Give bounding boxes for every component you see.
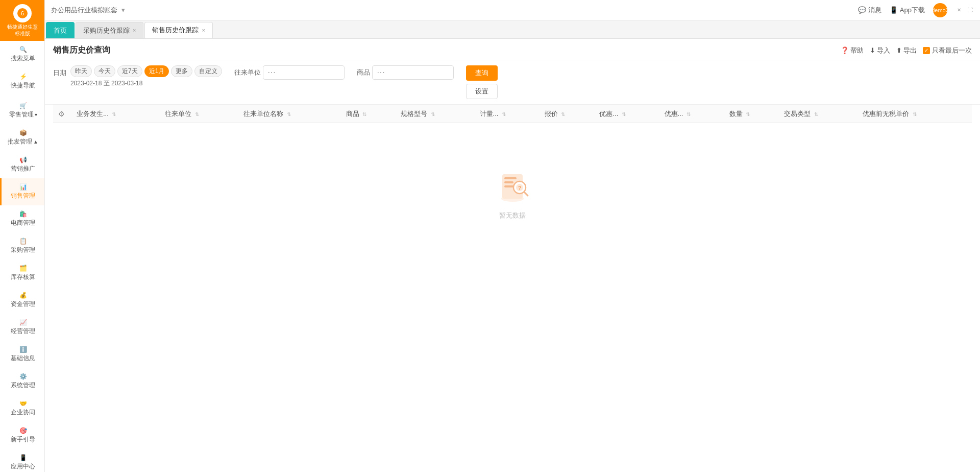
table-settings-gear[interactable]: ⚙ — [58, 110, 65, 118]
top-bar: 办公用品行业模拟账套 ▾ 💬 消息 📱 App下载 demo2 ✕ ⛶ — [45, 0, 980, 20]
col-goods[interactable]: 商品 ⇅ — [341, 105, 396, 123]
sidebar-item-search[interactable]: 🔍 搜索菜单 — [0, 41, 44, 68]
col-quantity[interactable]: 数量 ⇅ — [724, 105, 779, 123]
dropdown-icon[interactable]: ▾ — [121, 6, 125, 14]
empty-text: 暂无数据 — [499, 211, 526, 220]
col-trade-type[interactable]: 交易类型 ⇅ — [779, 105, 857, 123]
top-bar-left: 办公用品行业模拟账套 ▾ — [51, 6, 125, 15]
col-spec[interactable]: 规格型号 ⇅ — [396, 105, 474, 123]
sidebar-item-retail[interactable]: 🛒 零售管理▾ — [0, 97, 44, 124]
logo-text: 畅捷通好生意 标准版 — [7, 23, 38, 37]
sidebar-item-label: 零售管理▾ — [9, 110, 37, 119]
sidebar-item-sales[interactable]: 📊 销售管理 — [0, 178, 44, 205]
date-btn-custom[interactable]: 自定义 — [194, 65, 222, 77]
col-discount2[interactable]: 优惠... ⇅ — [659, 105, 724, 123]
sidebar-item-apps[interactable]: 📱 应用中心 — [0, 449, 44, 472]
date-filter-label: 日期 — [53, 65, 66, 78]
sidebar-item-label: 电商管理 — [11, 219, 35, 227]
maximize-button[interactable]: ⛶ — [967, 7, 974, 14]
sidebar-item-basic[interactable]: ℹ️ 基础信息 — [0, 341, 44, 368]
help-icon: ❓ — [841, 46, 849, 54]
basic-icon: ℹ️ — [19, 346, 27, 353]
search-icon: 🔍 — [19, 46, 27, 53]
col-partner-name[interactable]: 往来单位名称 ⇅ — [238, 105, 340, 123]
sidebar-item-marketing[interactable]: 📢 营销推广 — [0, 151, 44, 178]
goods-filter-group: 商品 ··· — [357, 65, 454, 80]
tab-sales[interactable]: 销售历史价跟踪 × — [144, 22, 212, 38]
page-header-actions: ❓ 帮助 ⬇ 导入 ⬆ 导出 ✓ 只看最后一次 — [841, 46, 972, 55]
sidebar-item-system[interactable]: ⚙️ 系统管理 — [0, 368, 44, 395]
sidebar-item-label: 快捷导航 — [11, 81, 35, 90]
sidebar-item-label: 营销推广 — [11, 164, 35, 173]
ecommerce-icon: 🛍️ — [19, 210, 27, 218]
col-price[interactable]: 报价 ⇅ — [540, 105, 595, 123]
date-btn-7days[interactable]: 近7天 — [117, 65, 142, 77]
goods-input[interactable]: ··· — [372, 65, 454, 80]
sidebar-item-inventory[interactable]: 🗂️ 库存核算 — [0, 259, 44, 287]
sidebar-item-label: 企业协同 — [11, 408, 35, 417]
col-business-date[interactable]: 业务发生... ⇅ — [71, 105, 160, 123]
svg-text:?: ? — [518, 185, 521, 191]
sidebar-item-enterprise[interactable]: 🤝 企业协同 — [0, 395, 44, 422]
only-last-checkbox[interactable]: ✓ 只看最后一次 — [923, 46, 972, 55]
partner-input[interactable]: ··· — [263, 65, 345, 80]
sidebar-item-shortcut[interactable]: ⚡ 快捷导航 — [0, 68, 44, 95]
date-btn-today[interactable]: 今天 — [94, 65, 115, 77]
message-button[interactable]: 💬 消息 — [858, 6, 881, 15]
sort-icon: ⇅ — [814, 111, 818, 117]
date-buttons: 昨天 今天 近7天 近1月 更多 自定义 2023-02-18 至 2023-0… — [70, 65, 222, 88]
tab-sales-close[interactable]: × — [202, 28, 205, 33]
help-button[interactable]: ❓ 帮助 — [841, 46, 864, 55]
sidebar-item-label: 系统管理 — [11, 381, 35, 390]
sidebar-item-newbie[interactable]: 🎯 新手引导 — [0, 422, 44, 449]
settings-button[interactable]: 设置 — [466, 84, 498, 99]
empty-icon: ? — [492, 164, 533, 205]
col-discount1[interactable]: 优惠... ⇅ — [594, 105, 659, 123]
sort-icon: ⇅ — [687, 111, 691, 117]
partner-input-dots: ··· — [267, 68, 276, 77]
sidebar-item-ecommerce[interactable]: 🛍️ 电商管理 — [0, 205, 44, 232]
sidebar-item-label: 经营管理 — [11, 327, 35, 336]
purchase-icon: 📋 — [19, 238, 27, 245]
export-icon: ⬆ — [896, 46, 902, 54]
marketing-icon: 📢 — [19, 156, 27, 163]
download-icon: 📱 — [890, 6, 898, 14]
date-btn-more[interactable]: 更多 — [171, 65, 192, 77]
close-button[interactable]: ✕ — [955, 7, 963, 14]
date-btn-yesterday[interactable]: 昨天 — [70, 65, 92, 77]
logo-icon: 6 — [13, 4, 32, 22]
app-download-button[interactable]: 📱 App下载 — [890, 6, 925, 15]
user-avatar[interactable]: demo2 — [933, 3, 947, 17]
col-partner-code[interactable]: 往来单位 ⇅ — [160, 105, 238, 123]
shortcut-icon: ⚡ — [19, 73, 27, 80]
tab-purchase-close[interactable]: × — [133, 28, 136, 33]
data-table: ⚙ 业务发生... ⇅ 往来单位 ⇅ 往来单位名称 ⇅ — [53, 105, 972, 123]
svg-line-9 — [524, 192, 528, 196]
table-settings-col[interactable]: ⚙ — [53, 105, 71, 123]
svg-rect-5 — [504, 181, 513, 183]
sales-icon: 📊 — [19, 183, 27, 191]
partner-filter-label: 往来单位 — [234, 68, 261, 77]
sidebar-item-operations[interactable]: 📈 经营管理 — [0, 314, 44, 341]
tabs-bar: 首页 采购历史价跟踪 × 销售历史价跟踪 × — [45, 20, 980, 39]
import-button[interactable]: ⬇ 导入 — [870, 46, 890, 55]
tab-home[interactable]: 首页 — [46, 22, 75, 38]
sidebar-item-purchase[interactable]: 📋 采购管理 — [0, 232, 44, 259]
message-icon: 💬 — [858, 6, 866, 14]
query-button[interactable]: 查询 — [466, 65, 498, 81]
export-button[interactable]: ⬆ 导出 — [896, 46, 917, 55]
sort-icon: ⇅ — [746, 111, 750, 117]
sidebar-item-wholesale[interactable]: 📦 批发管理▲ — [0, 124, 44, 151]
date-range-display: 2023-02-18 至 2023-03-18 — [70, 79, 222, 88]
date-btn-1month[interactable]: 近1月 — [144, 65, 169, 77]
goods-input-dots: ··· — [377, 68, 385, 77]
action-buttons: 查询 设置 — [466, 65, 498, 99]
col-unit[interactable]: 计量... ⇅ — [475, 105, 540, 123]
tab-purchase[interactable]: 采购历史价跟踪 × — [76, 22, 143, 38]
sidebar-item-finance[interactable]: 💰 资金管理 — [0, 287, 44, 314]
sidebar-item-label: 库存核算 — [11, 273, 35, 281]
sidebar-item-label: 采购管理 — [11, 246, 35, 254]
date-filter-group: 日期 昨天 今天 近7天 近1月 更多 自定义 2023-02-18 至 202… — [53, 65, 222, 88]
col-pretax-price[interactable]: 优惠前无税单价 ⇅ — [857, 105, 972, 123]
logo-area[interactable]: 6 畅捷通好生意 标准版 — [0, 0, 44, 41]
